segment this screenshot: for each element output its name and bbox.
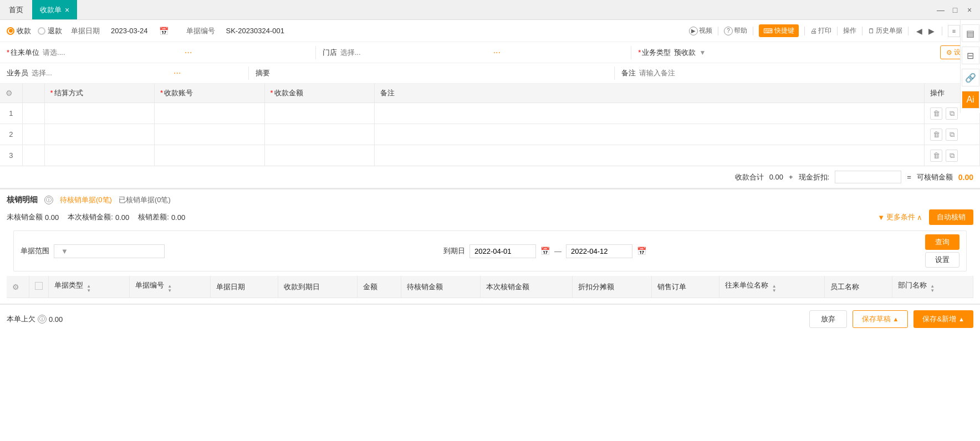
more-conditions-btn[interactable]: ▼ 更多条件 ∧ xyxy=(877,212,922,222)
customer-name-header: 往来单位名称 ▲▼ xyxy=(719,276,825,298)
range-select[interactable]: ▼ xyxy=(54,244,165,258)
prev-page-btn[interactable]: ◀ xyxy=(914,26,924,36)
bottom-gear-header[interactable]: ⚙ xyxy=(7,276,29,298)
row-3-note[interactable] xyxy=(375,145,925,166)
date-to-calendar-icon[interactable]: 📅 xyxy=(637,247,646,255)
verify-info-icon[interactable]: ⓘ xyxy=(44,196,53,204)
row-1-amount[interactable] xyxy=(264,103,375,124)
date-to-input[interactable] xyxy=(566,244,632,258)
history-link[interactable]: 🗒 历史单据 xyxy=(868,26,902,35)
business-type-group: * 业务类型 预收款 ▼ xyxy=(638,48,940,58)
row-2-note[interactable] xyxy=(375,124,925,145)
discount-input[interactable] xyxy=(835,171,901,183)
video-link[interactable]: ▶ 视频 xyxy=(689,26,712,35)
window-close[interactable]: × xyxy=(964,5,974,15)
business-type-select[interactable]: 预收款 ▼ xyxy=(674,48,706,58)
row-3-copy-icon[interactable]: ⧉ xyxy=(946,150,958,162)
sidebar-link-icon[interactable]: 🔗 xyxy=(962,69,979,86)
save-new-button[interactable]: 保存&新增 ▲ xyxy=(913,310,973,328)
this-bill-info-icon[interactable]: ⓘ xyxy=(38,315,47,324)
row-1-delete-icon[interactable]: 🗑 xyxy=(930,107,942,120)
layout-list-icon[interactable]: ≡ xyxy=(948,25,960,37)
bottom-bar: 本单上欠 ⓘ 0.00 放弃 保存草稿 ▲ 保存&新增 ▲ xyxy=(0,304,980,334)
pending-tab[interactable]: 待核销单据(0笔) xyxy=(60,195,112,205)
query-btn[interactable]: 查询 xyxy=(925,234,959,250)
next-page-btn[interactable]: ▶ xyxy=(926,26,936,36)
bill-type-sort[interactable]: ▲▼ xyxy=(86,284,91,293)
row-3-amount[interactable] xyxy=(264,145,375,166)
note-input[interactable] xyxy=(636,67,973,79)
row-1-account[interactable] xyxy=(155,103,265,124)
row-2-delete-icon[interactable]: 🗑 xyxy=(930,129,942,141)
radio-refund[interactable]: 退款 xyxy=(38,26,62,36)
row-2-payment[interactable] xyxy=(44,124,155,145)
date-range-container: 单据范围 ▼ 到期日 📅 — 📅 查询 设置 xyxy=(13,230,967,271)
window-maximize[interactable]: □ xyxy=(950,5,960,15)
store-more-btn[interactable]: ··· xyxy=(493,48,501,58)
staff-input[interactable] xyxy=(28,67,172,79)
bottom-checkbox-header[interactable] xyxy=(29,276,48,298)
auto-verify-btn[interactable]: 自动核销 xyxy=(929,209,973,225)
customer-more-btn[interactable]: ··· xyxy=(185,48,192,58)
bill-date-calendar-icon[interactable]: 📅 xyxy=(159,27,169,35)
tab-home[interactable]: 首页 xyxy=(0,0,32,19)
dept-name-header: 部门名称 ▲▼ xyxy=(892,276,973,298)
payable-value: 0.00 xyxy=(958,173,973,182)
total-label: 收款合计 xyxy=(735,172,764,182)
gear-icon: ⚙ xyxy=(6,89,13,98)
settings-btn-sm[interactable]: 设置 xyxy=(925,252,959,268)
bill-number-sort[interactable]: ▲▼ xyxy=(167,284,172,293)
sidebar-table-icon[interactable]: ▤ xyxy=(962,24,979,42)
help-link[interactable]: ? 帮助 xyxy=(724,26,747,35)
store-input[interactable] xyxy=(337,47,492,59)
note-field-group: 备注 xyxy=(621,67,973,79)
tab-close[interactable]: × xyxy=(65,6,69,14)
date-from-calendar-icon[interactable]: 📅 xyxy=(540,247,550,255)
discard-button[interactable]: 放弃 xyxy=(809,310,847,328)
save-new-arrow-icon: ▲ xyxy=(958,316,964,322)
completed-tab[interactable]: 已核销单据(0笔) xyxy=(119,195,171,205)
divider7 xyxy=(942,27,942,35)
amount-header-b: 金额 xyxy=(358,276,401,298)
window-controls: — □ × xyxy=(936,5,980,15)
date-from-input[interactable] xyxy=(469,244,536,258)
select-all-checkbox[interactable] xyxy=(35,282,43,290)
radio-receipt[interactable]: 收款 xyxy=(7,26,31,36)
equals-sign: = xyxy=(907,173,911,181)
row-3-account[interactable] xyxy=(155,145,265,166)
sidebar-ai-icon[interactable]: Ai xyxy=(962,91,979,109)
tab-receipt[interactable]: 收款单 × xyxy=(32,0,77,19)
this-bill-label: 本单上欠 xyxy=(7,314,35,324)
operation-link[interactable]: 操作 xyxy=(843,26,856,35)
field-divider4 xyxy=(614,66,615,80)
row-2-account[interactable] xyxy=(155,124,265,145)
customer-input[interactable] xyxy=(39,47,183,59)
table-gear-header[interactable]: ⚙ xyxy=(0,84,22,103)
receipt-table: ⚙ *结算方式 *收款账号 *收款金额 备注 操作 xyxy=(0,84,980,166)
row-1-note[interactable] xyxy=(375,103,925,124)
table-row: 3 🗑 ⧉ xyxy=(0,145,980,166)
customer-name-sort[interactable]: ▲▼ xyxy=(772,284,777,293)
current-verify-label: 本次核销金额: xyxy=(68,212,113,222)
row-3-payment[interactable] xyxy=(44,145,155,166)
form-fields-row1: * 往来单位 ··· 门店 ··· * 业务类型 预收款 ▼ xyxy=(0,42,980,63)
sidebar-list-icon[interactable]: ⊟ xyxy=(962,47,979,64)
summary-input[interactable] xyxy=(270,67,492,79)
save-draft-arrow-icon: ▲ xyxy=(893,316,899,322)
table-row: 2 🗑 ⧉ xyxy=(0,124,980,145)
sales-order-header: 销售订单 xyxy=(652,276,719,298)
row-1-copy-icon[interactable]: ⧉ xyxy=(946,107,958,120)
row-2-copy-icon[interactable]: ⧉ xyxy=(946,129,958,141)
shortcut-btn[interactable]: ⌨ 快捷键 xyxy=(759,24,799,37)
filter-icon: ▼ xyxy=(877,213,885,222)
dept-name-sort[interactable]: ▲▼ xyxy=(930,284,935,293)
row-2-num: 2 xyxy=(0,124,22,145)
save-draft-button[interactable]: 保存草稿 ▲ xyxy=(853,310,908,328)
row-2-amount[interactable] xyxy=(264,124,375,145)
window-minimize[interactable]: — xyxy=(936,5,946,15)
staff-more-btn[interactable]: ··· xyxy=(173,68,181,78)
print-link[interactable]: 🖨 打印 xyxy=(810,26,831,35)
row-1-payment[interactable] xyxy=(44,103,155,124)
row-3-delete-icon[interactable]: 🗑 xyxy=(930,150,942,162)
business-type-label: 业务类型 xyxy=(642,48,671,58)
